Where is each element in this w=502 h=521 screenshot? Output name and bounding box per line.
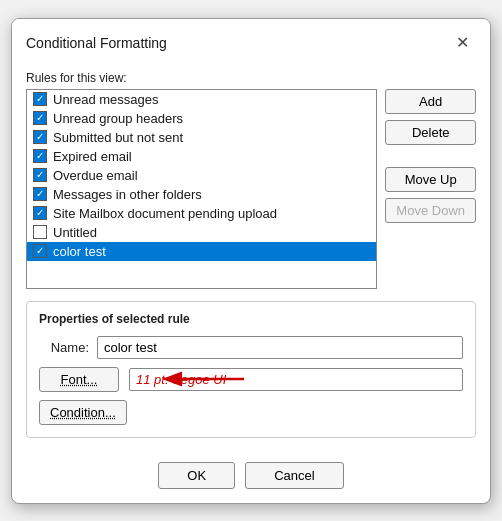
condition-row: Condition... bbox=[39, 400, 463, 425]
font-button[interactable]: Font... bbox=[39, 367, 119, 392]
list-item[interactable]: Unread group headers bbox=[27, 109, 376, 128]
list-item[interactable]: Site Mailbox document pending upload bbox=[27, 204, 376, 223]
checkbox-icon bbox=[33, 168, 47, 182]
list-item[interactable]: Untitled bbox=[27, 223, 376, 242]
conditional-formatting-dialog: Conditional Formatting ✕ Rules for this … bbox=[11, 18, 491, 504]
dialog-body: Rules for this view: Unread messagesUnre… bbox=[12, 63, 490, 452]
name-field-row: Name: bbox=[39, 336, 463, 359]
title-bar: Conditional Formatting ✕ bbox=[12, 19, 490, 63]
list-item-label: Expired email bbox=[53, 149, 132, 164]
list-item-label: Untitled bbox=[53, 225, 97, 240]
checkbox-icon bbox=[33, 244, 47, 258]
checkbox-icon bbox=[33, 187, 47, 201]
properties-title: Properties of selected rule bbox=[39, 312, 463, 326]
add-button[interactable]: Add bbox=[385, 89, 476, 114]
list-item[interactable]: Messages in other folders bbox=[27, 185, 376, 204]
checkbox-icon bbox=[33, 149, 47, 163]
move-up-button[interactable]: Move Up bbox=[385, 167, 476, 192]
properties-section: Properties of selected rule Name: Font..… bbox=[26, 301, 476, 438]
rules-list-wrapper[interactable]: Unread messagesUnread group headersSubmi… bbox=[26, 89, 377, 289]
ok-button[interactable]: OK bbox=[158, 462, 235, 489]
list-item-label: Site Mailbox document pending upload bbox=[53, 206, 277, 221]
dialog-title: Conditional Formatting bbox=[26, 35, 167, 51]
font-value-input[interactable] bbox=[129, 368, 463, 391]
rules-buttons: Add Delete Move Up Move Down bbox=[385, 89, 476, 289]
name-label: Name: bbox=[39, 340, 89, 355]
checkbox-icon bbox=[33, 92, 47, 106]
delete-button[interactable]: Delete bbox=[385, 120, 476, 145]
list-item-label: color test bbox=[53, 244, 106, 259]
move-down-button[interactable]: Move Down bbox=[385, 198, 476, 223]
list-item-label: Messages in other folders bbox=[53, 187, 202, 202]
list-item-label: Submitted but not sent bbox=[53, 130, 183, 145]
list-item[interactable]: Overdue email bbox=[27, 166, 376, 185]
condition-button[interactable]: Condition... bbox=[39, 400, 127, 425]
checkbox-icon bbox=[33, 130, 47, 144]
close-button[interactable]: ✕ bbox=[448, 29, 476, 57]
list-item[interactable]: Submitted but not sent bbox=[27, 128, 376, 147]
bottom-buttons-row: Font... bbox=[39, 367, 463, 392]
cancel-button[interactable]: Cancel bbox=[245, 462, 343, 489]
list-item[interactable]: Unread messages bbox=[27, 90, 376, 109]
list-item[interactable]: Expired email bbox=[27, 147, 376, 166]
dialog-footer: OK Cancel bbox=[12, 452, 490, 503]
name-input[interactable] bbox=[97, 336, 463, 359]
list-item-label: Overdue email bbox=[53, 168, 138, 183]
list-item-label: Unread group headers bbox=[53, 111, 183, 126]
rules-container: Unread messagesUnread group headersSubmi… bbox=[26, 89, 476, 289]
checkbox-icon bbox=[33, 206, 47, 220]
rules-section-label: Rules for this view: bbox=[26, 71, 476, 85]
list-item-label: Unread messages bbox=[53, 92, 159, 107]
checkbox-icon bbox=[33, 225, 47, 239]
rules-list: Unread messagesUnread group headersSubmi… bbox=[27, 90, 376, 261]
list-item[interactable]: color test bbox=[27, 242, 376, 261]
checkbox-icon bbox=[33, 111, 47, 125]
